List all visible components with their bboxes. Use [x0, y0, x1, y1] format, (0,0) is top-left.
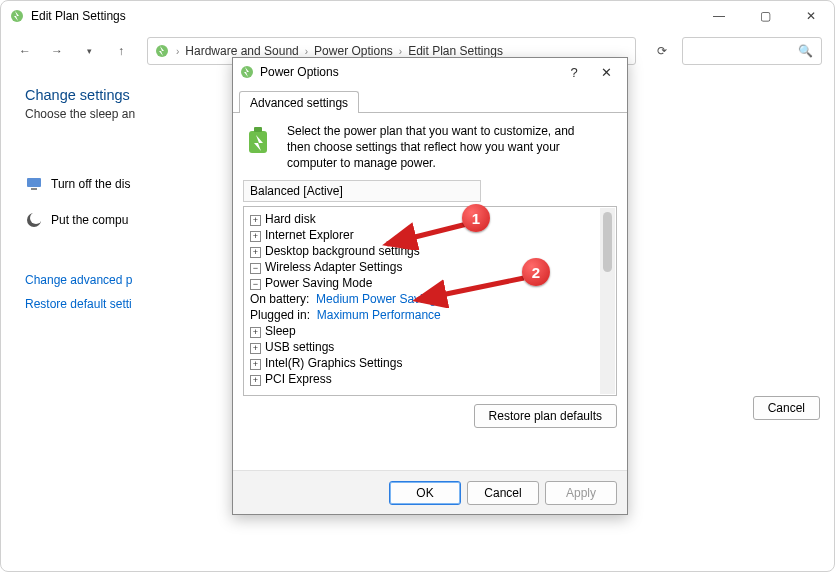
svg-rect-3 [31, 188, 37, 190]
on-battery-value[interactable]: Medium Power Saving [316, 292, 436, 306]
plan-select-value: Balanced [Active] [250, 184, 343, 198]
display-icon [25, 175, 43, 193]
tree-scrollbar[interactable] [600, 208, 615, 394]
forward-button[interactable]: → [45, 39, 69, 63]
collapse-icon[interactable]: − [250, 279, 261, 290]
apply-button[interactable]: Apply [545, 481, 617, 505]
dialog-close-button[interactable]: ✕ [591, 59, 621, 85]
main-cancel-button[interactable]: Cancel [753, 396, 820, 420]
battery-icon [243, 123, 279, 159]
expand-icon[interactable]: + [250, 231, 261, 242]
svg-rect-8 [254, 127, 262, 132]
plugged-in-value[interactable]: Maximum Performance [317, 308, 441, 322]
expand-icon[interactable]: + [250, 343, 261, 354]
power-plan-icon [239, 64, 255, 80]
moon-icon [25, 211, 43, 229]
ok-button[interactable]: OK [389, 481, 461, 505]
minimize-button[interactable]: — [696, 1, 742, 31]
up-button[interactable]: ↑ [109, 39, 133, 63]
crumb-power-options[interactable]: Power Options [314, 44, 393, 58]
back-button[interactable]: ← [13, 39, 37, 63]
intro-text: Select the power plan that you want to c… [287, 123, 577, 172]
main-footer-buttons: Cancel [753, 396, 820, 420]
chevron-right-icon: › [305, 46, 308, 57]
power-plan-icon [9, 8, 25, 24]
search-box[interactable]: 🔍 [682, 37, 822, 65]
tab-advanced-settings[interactable]: Advanced settings [239, 91, 359, 113]
tree-item-internet-explorer[interactable]: +Internet Explorer [250, 227, 598, 243]
maximize-button[interactable]: ▢ [742, 1, 788, 31]
scrollbar-thumb[interactable] [603, 212, 612, 272]
sleep-label: Put the compu [51, 213, 128, 227]
tree-item-desktop-background[interactable]: +Desktop background settings [250, 243, 598, 259]
power-options-dialog: Power Options ? ✕ Advanced settings Sele… [232, 57, 628, 515]
annotation-badge-1: 1 [462, 204, 490, 232]
expand-icon[interactable]: + [250, 375, 261, 386]
dialog-help-button[interactable]: ? [559, 59, 589, 85]
dialog-titlebar: Power Options ? ✕ [233, 58, 627, 86]
expand-icon[interactable]: + [250, 359, 261, 370]
search-icon: 🔍 [798, 44, 813, 58]
tree-item-hard-disk[interactable]: +Hard disk [250, 211, 598, 227]
close-button[interactable]: ✕ [788, 1, 834, 31]
tree-item-usb[interactable]: +USB settings [250, 339, 598, 355]
tree-item-sleep[interactable]: +Sleep [250, 323, 598, 339]
annotation-badge-2: 2 [522, 258, 550, 286]
chevron-right-icon: › [176, 46, 179, 57]
expand-icon[interactable]: + [250, 327, 261, 338]
expand-icon[interactable]: + [250, 215, 261, 226]
svg-rect-7 [249, 131, 267, 153]
chevron-right-icon: › [399, 46, 402, 57]
dialog-footer: OK Cancel Apply [233, 470, 627, 514]
cancel-button[interactable]: Cancel [467, 481, 539, 505]
window-title: Edit Plan Settings [31, 9, 126, 23]
settings-tree: +Hard disk +Internet Explorer +Desktop b… [243, 206, 617, 396]
dialog-tabs: Advanced settings [233, 86, 627, 112]
expand-icon[interactable]: + [250, 247, 261, 258]
crumb-hardware[interactable]: Hardware and Sound [185, 44, 298, 58]
collapse-icon[interactable]: − [250, 263, 261, 274]
refresh-button[interactable]: ⟳ [650, 39, 674, 63]
plan-select[interactable]: Balanced [Active] [243, 180, 481, 202]
tree-item-intel-graphics[interactable]: +Intel(R) Graphics Settings [250, 355, 598, 371]
tree-item-plugged-in[interactable]: Plugged in: Maximum Performance [250, 307, 598, 323]
intro-row: Select the power plan that you want to c… [243, 123, 617, 172]
svg-rect-2 [27, 178, 41, 187]
tree-item-on-battery[interactable]: On battery: Medium Power Saving [250, 291, 598, 307]
titlebar: Edit Plan Settings — ▢ ✕ [1, 1, 834, 31]
recent-button[interactable]: ▾ [77, 39, 101, 63]
power-plan-icon [154, 43, 170, 59]
restore-plan-defaults-button[interactable]: Restore plan defaults [474, 404, 617, 428]
turn-off-display-label: Turn off the dis [51, 177, 130, 191]
crumb-edit-plan[interactable]: Edit Plan Settings [408, 44, 503, 58]
tree-item-pci-express[interactable]: +PCI Express [250, 371, 598, 387]
advanced-settings-panel: Select the power plan that you want to c… [233, 112, 627, 470]
dialog-title: Power Options [260, 65, 339, 79]
svg-point-5 [30, 212, 42, 224]
